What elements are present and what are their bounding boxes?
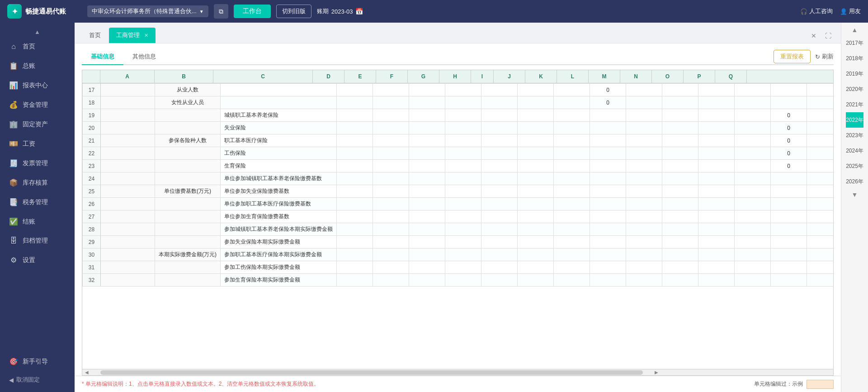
cell-d-19[interactable] <box>337 109 373 122</box>
cell-i-18[interactable] <box>518 96 554 109</box>
year-nav-down[interactable]: ▼ <box>841 189 868 200</box>
cell-l-25[interactable] <box>626 185 662 198</box>
cell-q-22[interactable] <box>807 147 834 160</box>
cell-a-20[interactable] <box>101 122 155 134</box>
cell-c-29[interactable]: 参加失业保险本期实际缴费金额 <box>221 236 337 249</box>
cell-d-20[interactable] <box>337 122 373 134</box>
cell-p-22[interactable]: 0 <box>771 147 807 160</box>
cell-f-20[interactable] <box>409 122 445 134</box>
cell-c-17[interactable] <box>221 84 337 96</box>
cell-k-31[interactable] <box>590 261 626 274</box>
cell-g-29[interactable] <box>445 236 481 249</box>
cell-l-31[interactable] <box>626 261 662 274</box>
cell-i-19[interactable] <box>518 109 554 122</box>
copy-button[interactable]: ⧉ <box>214 4 228 19</box>
cell-c-27[interactable]: 单位参加生育保险缴费基数 <box>221 210 337 223</box>
cell-m-22[interactable] <box>662 147 698 160</box>
cell-g-18[interactable] <box>445 96 481 109</box>
cell-c-20[interactable]: 失业保险 <box>221 122 337 134</box>
cell-m-27[interactable] <box>662 210 698 223</box>
cell-j-18[interactable] <box>554 96 590 109</box>
cell-b-17[interactable]: 从业人数 <box>155 84 221 96</box>
cell-h-22[interactable] <box>481 147 518 160</box>
cell-h-27[interactable] <box>481 210 518 223</box>
cell-i-30[interactable] <box>518 249 554 261</box>
cell-a-18[interactable] <box>101 96 155 109</box>
year-item-2017[interactable]: 2017年 <box>846 35 863 51</box>
cell-o-31[interactable] <box>735 261 771 274</box>
cell-o-28[interactable] <box>735 223 771 236</box>
sidebar-item-reports[interactable]: 📊报表中心 <box>0 76 75 95</box>
cell-q-18[interactable] <box>807 96 834 109</box>
cell-l-27[interactable] <box>626 210 662 223</box>
cell-j-17[interactable] <box>554 84 590 96</box>
cell-c-31[interactable]: 参加工伤保险本期实际缴费金额 <box>221 261 337 274</box>
cell-n-22[interactable] <box>698 147 735 160</box>
cell-n-25[interactable] <box>698 185 735 198</box>
cell-q-21[interactable] <box>807 134 834 147</box>
cell-b-30[interactable]: 本期实际缴费金额(万元) <box>155 249 221 261</box>
cell-b-32[interactable] <box>155 274 221 287</box>
cell-i-24[interactable] <box>518 172 554 185</box>
cell-q-24[interactable] <box>807 172 834 185</box>
tab-home[interactable]: 首页 <box>82 28 108 43</box>
cell-h-21[interactable] <box>481 134 518 147</box>
cell-a-27[interactable] <box>101 210 155 223</box>
cell-a-22[interactable] <box>101 147 155 160</box>
cell-j-24[interactable] <box>554 172 590 185</box>
cell-o-21[interactable] <box>735 134 771 147</box>
cell-p-31[interactable] <box>771 261 807 274</box>
cell-k-19[interactable] <box>590 109 626 122</box>
cell-f-29[interactable] <box>409 236 445 249</box>
cell-g-25[interactable] <box>445 185 481 198</box>
cell-a-19[interactable] <box>101 109 155 122</box>
cell-p-25[interactable] <box>771 185 807 198</box>
cell-d-23[interactable] <box>337 160 373 172</box>
sidebar-item-invoice[interactable]: 🧾发票管理 <box>0 153 75 173</box>
cell-l-30[interactable] <box>626 249 662 261</box>
cell-h-31[interactable] <box>481 261 518 274</box>
cell-a-21[interactable] <box>101 134 155 147</box>
refresh-button[interactable]: ↻ 刷新 <box>815 53 834 61</box>
cell-h-29[interactable] <box>481 236 518 249</box>
cell-j-31[interactable] <box>554 261 590 274</box>
cell-n-17[interactable] <box>698 84 735 96</box>
cell-m-25[interactable] <box>662 185 698 198</box>
cell-o-19[interactable] <box>735 109 771 122</box>
h-scrollbar-thumb[interactable] <box>100 370 643 375</box>
cell-m-31[interactable] <box>662 261 698 274</box>
sidebar-item-ledger[interactable]: 📋总账 <box>0 56 75 76</box>
cell-p-19[interactable]: 0 <box>771 109 807 122</box>
cell-h-30[interactable] <box>481 249 518 261</box>
cell-q-28[interactable] <box>807 223 834 236</box>
cell-e-31[interactable] <box>373 261 409 274</box>
cell-d-18[interactable] <box>337 96 373 109</box>
year-item-2020[interactable]: 2020年 <box>846 81 863 97</box>
sidebar-pin[interactable]: ◀ 取消固定 <box>0 371 75 388</box>
cell-i-31[interactable] <box>518 261 554 274</box>
cell-o-27[interactable] <box>735 210 771 223</box>
year-item-2021[interactable]: 2021年 <box>846 97 863 112</box>
cell-p-23[interactable]: 0 <box>771 160 807 172</box>
cell-o-29[interactable] <box>735 236 771 249</box>
cell-n-20[interactable] <box>698 122 735 134</box>
cell-k-30[interactable] <box>590 249 626 261</box>
cell-l-26[interactable] <box>626 198 662 210</box>
cell-p-30[interactable] <box>771 249 807 261</box>
cell-q-31[interactable] <box>807 261 834 274</box>
sidebar-item-new-guide[interactable]: 🎯 新手引导 <box>0 352 75 371</box>
sidebar-item-wages[interactable]: 💴工资 <box>0 134 75 153</box>
cell-b-25[interactable]: 单位缴费基数(万元) <box>155 185 221 198</box>
cell-e-18[interactable] <box>373 96 409 109</box>
cell-a-32[interactable] <box>101 274 155 287</box>
cell-g-32[interactable] <box>445 274 481 287</box>
cell-l-24[interactable] <box>626 172 662 185</box>
cell-d-28[interactable] <box>337 223 373 236</box>
cell-n-21[interactable] <box>698 134 735 147</box>
cell-e-17[interactable] <box>373 84 409 96</box>
cell-c-24[interactable]: 单位参加城镇职工基本养老保险缴费基数 <box>221 172 337 185</box>
year-item-2024[interactable]: 2024年 <box>846 143 863 158</box>
cell-q-19[interactable] <box>807 109 834 122</box>
cell-q-23[interactable] <box>807 160 834 172</box>
cell-n-27[interactable] <box>698 210 735 223</box>
